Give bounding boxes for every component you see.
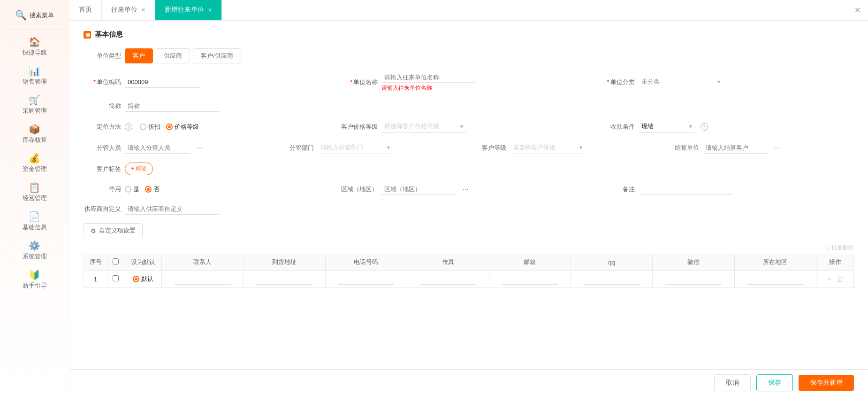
row-wechat[interactable] <box>653 271 734 288</box>
cancel-button[interactable]: 取消 <box>714 374 751 391</box>
batch-delete-label[interactable]: 批量删除 <box>831 244 854 252</box>
chevron-down-icon: ▾ <box>460 123 463 130</box>
pricing-tooltip-icon[interactable]: ? <box>125 123 132 131</box>
delete-row-button[interactable]: 🗑 <box>836 275 845 283</box>
tab-new-partner[interactable]: 新增往来单位 ✕ <box>155 0 222 20</box>
sidebar-item-operations[interactable]: 📋 经营管理 <box>0 177 69 206</box>
customer-price-select[interactable]: 请选择客户价格等级 ▾ <box>381 120 466 133</box>
wechat-input[interactable] <box>665 273 722 285</box>
discount-label: 折扣 <box>148 123 160 131</box>
unit-type-group: 客户 供应商 客户/供应商 <box>125 48 241 63</box>
unit-type-supplier[interactable]: 供应商 <box>156 48 190 63</box>
sidebar: 🔍 搜索菜单 🏠 快捷导航 📊 销售管理 🛒 采购管理 📦 库存核算 💰 资金管… <box>0 0 69 396</box>
tab-partners-label: 往来单位 <box>111 6 137 14</box>
row-region[interactable] <box>734 271 816 288</box>
payment-tooltip-icon[interactable]: ? <box>700 123 708 131</box>
customer-price-field: 客户价格等级 请选择客户价格等级 ▾ <box>340 120 597 133</box>
save-new-button[interactable]: 保存并新增 <box>799 375 854 391</box>
disable-yes-radio[interactable]: 是 <box>125 185 139 194</box>
customer-level-select[interactable]: 请选择客户等级 ▾ <box>510 141 585 154</box>
qq-input[interactable] <box>584 273 640 285</box>
disable-no-radio[interactable]: 否 <box>145 185 160 194</box>
section-header: ▣ 基本信息 <box>84 30 854 39</box>
unit-code-label: *单位编码 <box>84 78 121 86</box>
section-title: 基本信息 <box>95 30 123 39</box>
region-input[interactable] <box>381 184 457 195</box>
unit-type-both[interactable]: 客户/供应商 <box>193 48 241 63</box>
row-fax[interactable] <box>407 271 489 288</box>
money-icon: 💰 <box>29 153 40 164</box>
email-input[interactable] <box>502 273 558 285</box>
select-all-checkbox[interactable] <box>113 258 119 264</box>
sidebar-item-system[interactable]: ⚙️ 系统管理 <box>0 235 69 264</box>
row-checkbox[interactable] <box>113 275 119 281</box>
row-qq[interactable] <box>571 271 652 288</box>
payment-terms-label: 收款条件 <box>597 123 635 131</box>
window-close-button[interactable]: ✕ <box>854 6 868 15</box>
pricing-discount-radio[interactable]: 折扣 <box>140 123 160 131</box>
tab-new-partner-label: 新增往来单位 <box>165 6 204 14</box>
unit-code-input[interactable] <box>125 77 200 88</box>
gear-icon: ⚙️ <box>29 240 40 251</box>
contact-input[interactable] <box>175 273 231 285</box>
region-col-input[interactable] <box>747 273 803 285</box>
save-button[interactable]: 保存 <box>756 374 793 391</box>
unit-category-select[interactable]: 未分类 ▾ <box>639 76 723 88</box>
row-contact[interactable] <box>162 271 244 288</box>
sidebar-item-beginner[interactable]: 🔰 新手引导 <box>0 264 69 294</box>
sidebar-item-quick-nav[interactable]: 🏠 快捷导航 <box>0 31 69 61</box>
row-phone[interactable] <box>325 271 407 288</box>
tab-home-label: 首页 <box>79 6 92 14</box>
unit-type-customer[interactable]: 客户 <box>125 48 153 63</box>
manager-input[interactable] <box>125 142 190 154</box>
abbr-field: 简称 <box>84 101 854 112</box>
sidebar-label: 系统管理 <box>23 252 47 261</box>
sidebar-search-label: 搜索菜单 <box>30 11 54 20</box>
row-seq: 1 <box>84 271 107 288</box>
add-tag-button[interactable]: + 标签 <box>125 163 153 175</box>
phone-input[interactable] <box>338 273 394 285</box>
sidebar-item-basic-info[interactable]: 📄 基础信息 <box>0 206 69 235</box>
tab-new-partner-close[interactable]: ✕ <box>208 7 212 13</box>
price-level-radio-circle <box>166 124 173 130</box>
col-qq: qq <box>571 254 652 271</box>
add-row-button[interactable]: ＋ <box>825 274 834 284</box>
payment-terms-select[interactable]: 现结 ▾ <box>639 120 695 133</box>
customer-tag-row: 客户标签 + 标签 <box>84 163 854 175</box>
manager-more-btn[interactable]: ··· <box>194 144 204 152</box>
col-action: 操作 <box>816 254 854 271</box>
dept-select[interactable]: 请输入分管部门 ▾ <box>318 141 393 154</box>
fax-input[interactable] <box>420 273 476 285</box>
customer-tag-label: 客户标签 <box>84 165 121 173</box>
tab-partners[interactable]: 往来单位 ✕ <box>102 0 155 20</box>
unit-name-input[interactable] <box>381 72 475 83</box>
supplier-custom-field: 供应商自定义 <box>84 203 854 215</box>
abbr-input[interactable] <box>125 101 219 112</box>
tab-partners-close[interactable]: ✕ <box>141 7 145 13</box>
clipboard-icon: 📋 <box>29 182 40 193</box>
remark-input[interactable] <box>639 184 732 195</box>
default-radio[interactable]: 默认 <box>129 275 157 283</box>
custom-settings-button[interactable]: ⚙ 自定义项设置 <box>84 223 143 238</box>
sidebar-label: 基础信息 <box>23 223 47 232</box>
chevron-down-icon: ▾ <box>717 78 720 85</box>
address-input[interactable] <box>256 273 312 285</box>
sidebar-item-inventory[interactable]: 📦 库存核算 <box>0 119 69 148</box>
settlement-more-btn[interactable]: ··· <box>772 144 782 152</box>
unit-category-field: *单位分类 未分类 ▾ <box>597 76 854 88</box>
box-icon: 📦 <box>29 124 40 135</box>
sidebar-item-purchase[interactable]: 🛒 采购管理 <box>0 90 69 119</box>
supplier-custom-input[interactable] <box>125 203 219 215</box>
settlement-input[interactable] <box>703 142 769 154</box>
sidebar-item-sales[interactable]: 📊 销售管理 <box>0 61 69 90</box>
region-more-btn[interactable]: ··· <box>460 185 470 194</box>
dept-field: 分管部门 请输入分管部门 ▾ <box>276 141 469 154</box>
row-email[interactable] <box>489 271 571 288</box>
pricing-level-radio[interactable]: 价格等级 <box>166 123 199 131</box>
pricing-radio-group: 折扣 价格等级 <box>140 123 199 131</box>
sidebar-label: 新手引导 <box>23 281 47 290</box>
sidebar-item-search[interactable]: 🔍 搜索菜单 <box>0 4 69 27</box>
row-address[interactable] <box>244 271 325 288</box>
sidebar-item-finance[interactable]: 💰 资金管理 <box>0 148 69 177</box>
tab-home[interactable]: 首页 <box>69 0 102 20</box>
